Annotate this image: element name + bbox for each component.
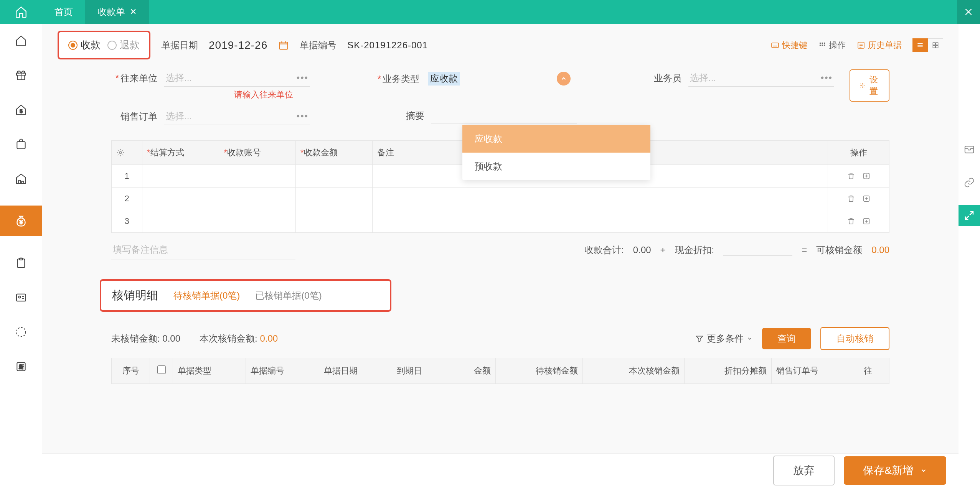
svg-point-9 xyxy=(16,327,26,337)
nav-warehouse-icon[interactable] xyxy=(13,171,29,186)
add-icon[interactable] xyxy=(862,217,871,225)
form-row-1: *往来单位 选择... ••• 请输入往来单位 *业务类型 应收款 业务员 xyxy=(42,66,959,102)
nav-bag-icon[interactable] xyxy=(13,137,29,152)
col-partner: 往 xyxy=(859,358,889,384)
delete-icon[interactable] xyxy=(847,194,855,203)
biz-type-select[interactable]: 应收款 xyxy=(426,69,572,88)
dropdown-item-receivable[interactable]: 应收款 xyxy=(462,125,650,153)
nav-home-icon[interactable] xyxy=(13,33,29,48)
col-date: 单据日期 xyxy=(319,358,392,384)
col-amount: *收款金额 xyxy=(296,141,373,165)
table-row: 2 xyxy=(112,188,889,210)
tab-current[interactable]: 收款单 ✕ xyxy=(85,0,149,24)
svg-rect-3 xyxy=(17,141,25,149)
query-button[interactable]: 查询 xyxy=(762,328,811,349)
dropdown-item-advance[interactable]: 预收款 xyxy=(462,153,650,180)
svg-rect-14 xyxy=(772,43,779,48)
col-action: 操作 xyxy=(828,141,889,165)
cell-settle[interactable] xyxy=(142,210,219,233)
col-pending-amt: 待核销金额 xyxy=(495,358,582,384)
chevron-up-icon[interactable] xyxy=(557,72,571,86)
window-close-button[interactable] xyxy=(957,0,980,24)
writeoff-value: 0.00 xyxy=(871,245,889,255)
svg-text:新: 新 xyxy=(18,364,23,370)
history-action[interactable]: 历史单据 xyxy=(856,39,902,51)
svg-point-18 xyxy=(820,44,821,46)
cell-settle[interactable] xyxy=(142,188,219,210)
col-type: 单据类型 xyxy=(173,358,246,384)
add-icon[interactable] xyxy=(862,194,871,203)
writeoff-label: 可核销金额 xyxy=(816,244,862,256)
nav-id-card-icon[interactable] xyxy=(13,290,29,305)
nav-clipboard-icon[interactable] xyxy=(13,255,29,271)
sales-order-input[interactable]: 选择... ••• xyxy=(164,108,310,125)
link-icon[interactable] xyxy=(959,172,980,193)
cell-note[interactable] xyxy=(373,210,828,233)
delete-icon[interactable] xyxy=(847,172,855,180)
more-icon[interactable]: ••• xyxy=(821,72,833,83)
more-conditions[interactable]: 更多条件 xyxy=(695,332,753,345)
discount-label: 现金折扣: xyxy=(675,244,714,256)
shortcut-action[interactable]: 快捷键 xyxy=(770,39,807,51)
svg-point-15 xyxy=(820,42,821,44)
cell-account[interactable] xyxy=(219,210,296,233)
detail-subheader: 未核销金额: 0.00 本次核销金额: 0.00 更多条件 查询 自动核销 xyxy=(111,327,889,350)
delete-icon[interactable] xyxy=(847,217,855,225)
add-icon[interactable] xyxy=(862,172,871,180)
auto-writeoff-button[interactable]: 自动核销 xyxy=(820,327,889,350)
nav-money-bag-icon[interactable]: ¥ xyxy=(0,206,42,236)
more-cond-label: 更多条件 xyxy=(707,332,744,345)
radio-receipt[interactable]: 收款 xyxy=(68,38,101,52)
nav-new-icon[interactable]: 新 xyxy=(13,359,29,374)
expand-icon[interactable] xyxy=(959,205,980,226)
equals: = xyxy=(802,245,807,255)
select-all-checkbox[interactable] xyxy=(157,365,166,374)
summary-input[interactable] xyxy=(431,108,577,123)
action-label: 快捷键 xyxy=(782,39,807,51)
radio-label: 收款 xyxy=(81,38,101,52)
cell-amount[interactable] xyxy=(296,165,373,188)
cell-amount[interactable] xyxy=(296,188,373,210)
col-sales-no: 销售订单号 xyxy=(772,358,859,384)
close-icon[interactable]: ✕ xyxy=(130,7,137,17)
view-list-icon[interactable] xyxy=(912,38,928,52)
discard-button[interactable]: 放弃 xyxy=(773,456,835,485)
nav-refresh-icon[interactable] xyxy=(13,324,29,340)
more-icon[interactable]: ••• xyxy=(297,72,309,83)
operate-action[interactable]: 操作 xyxy=(818,39,846,51)
svg-point-16 xyxy=(822,42,823,44)
button-label: 保存&新增 xyxy=(863,463,913,478)
detail-section: 核销明细 待核销单据(0笔) 已核销单据(0笔) 未核销金额: 0.00 本次核… xyxy=(100,279,901,384)
partner-input[interactable]: 选择... ••• xyxy=(164,69,310,87)
discount-input[interactable] xyxy=(723,244,792,256)
placeholder: 选择... xyxy=(166,110,192,122)
svg-rect-24 xyxy=(933,45,935,48)
calendar-icon[interactable] xyxy=(278,40,289,51)
detail-tab-done[interactable]: 已核销单据(0笔) xyxy=(255,290,322,302)
summary-field: 摘要 xyxy=(378,108,622,123)
col-gear[interactable] xyxy=(112,141,142,165)
cell-account[interactable] xyxy=(219,188,296,210)
nav-gift-icon[interactable] xyxy=(13,67,29,83)
radio-refund[interactable]: 退款 xyxy=(107,38,140,52)
date-value[interactable]: 2019-12-26 xyxy=(209,39,267,51)
this-match-value: 0.00 xyxy=(260,333,278,344)
inbox-icon[interactable] xyxy=(959,139,980,160)
cell-settle[interactable] xyxy=(142,165,219,188)
tab-home[interactable]: 首页 xyxy=(42,0,85,24)
detail-tab-pending[interactable]: 待核销单据(0笔) xyxy=(173,290,240,302)
cell-note[interactable] xyxy=(373,188,828,210)
cell-amount[interactable] xyxy=(296,210,373,233)
salesperson-input[interactable]: 选择... ••• xyxy=(688,69,834,87)
nav-house-money-icon[interactable]: $ xyxy=(13,102,29,117)
cell-account[interactable] xyxy=(219,165,296,188)
field-label: 业务员 xyxy=(654,73,681,83)
home-icon[interactable] xyxy=(0,0,42,24)
more-icon[interactable]: ••• xyxy=(297,111,309,122)
right-rail xyxy=(959,24,980,487)
save-button[interactable]: 保存&新增 xyxy=(844,456,946,485)
tab-label: 首页 xyxy=(54,6,73,18)
view-grid-icon[interactable] xyxy=(928,38,943,52)
note-input[interactable]: 填写备注信息 xyxy=(111,240,295,260)
settings-button[interactable]: 设置 xyxy=(850,69,889,102)
